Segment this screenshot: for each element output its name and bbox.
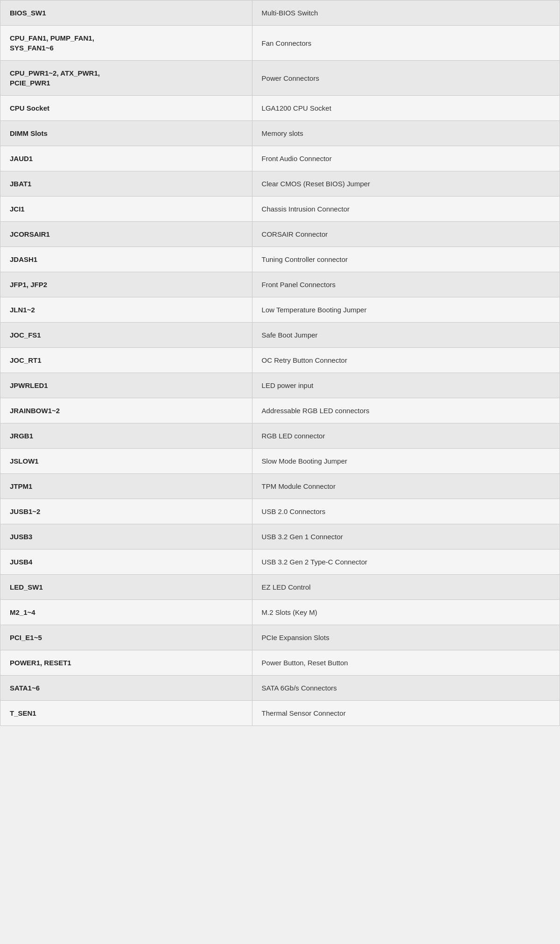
connector-code: BIOS_SW1: [0, 0, 252, 26]
table-row: BIOS_SW1Multi-BIOS Switch: [0, 0, 560, 26]
connector-code: JUSB3: [0, 524, 252, 549]
connector-code: JLN1~2: [0, 297, 252, 323]
connector-code: JTPM1: [0, 474, 252, 499]
table-row: JPWRLED1LED power input: [0, 373, 560, 398]
connector-description: PCIe Expansion Slots: [252, 625, 560, 650]
connector-code: T_SEN1: [0, 701, 252, 726]
table-row: JDASH1Tuning Controller connector: [0, 247, 560, 272]
table-row: JSLOW1Slow Mode Booting Jumper: [0, 449, 560, 474]
connector-description: SATA 6Gb/s Connectors: [252, 676, 560, 701]
connector-description: Safe Boot Jumper: [252, 323, 560, 348]
connector-description: Front Audio Connector: [252, 146, 560, 171]
connector-code: JUSB1~2: [0, 499, 252, 524]
table: BIOS_SW1Multi-BIOS SwitchCPU_FAN1, PUMP_…: [0, 0, 560, 726]
connector-description: Front Panel Connectors: [252, 272, 560, 297]
connector-code: JAUD1: [0, 146, 252, 171]
connector-description: Clear CMOS (Reset BIOS) Jumper: [252, 171, 560, 197]
table-row: JOC_RT1OC Retry Button Connector: [0, 348, 560, 373]
connector-code: JDASH1: [0, 247, 252, 272]
connector-code: JOC_FS1: [0, 323, 252, 348]
table-row: JTPM1TPM Module Connector: [0, 474, 560, 499]
connector-code: M2_1~4: [0, 600, 252, 625]
connector-description: TPM Module Connector: [252, 474, 560, 499]
table-row: JOC_FS1Safe Boot Jumper: [0, 323, 560, 348]
table-row: JCI1Chassis Intrusion Connector: [0, 197, 560, 222]
table-row: JLN1~2Low Temperature Booting Jumper: [0, 297, 560, 323]
connector-description: M.2 Slots (Key M): [252, 600, 560, 625]
connector-description: EZ LED Control: [252, 575, 560, 600]
table-row: CPU_FAN1, PUMP_FAN1,SYS_FAN1~6Fan Connec…: [0, 26, 560, 61]
connector-description: LED power input: [252, 373, 560, 398]
connector-code: JSLOW1: [0, 449, 252, 474]
connector-code: DIMM Slots: [0, 121, 252, 146]
table-row: POWER1, RESET1Power Button, Reset Button: [0, 650, 560, 676]
table-row: JUSB1~2USB 2.0 Connectors: [0, 499, 560, 524]
connector-description: Chassis Intrusion Connector: [252, 197, 560, 222]
connector-description: USB 2.0 Connectors: [252, 499, 560, 524]
connector-description: LGA1200 CPU Socket: [252, 96, 560, 121]
table-row: JUSB4USB 3.2 Gen 2 Type-C Connector: [0, 549, 560, 575]
connector-description: Fan Connectors: [252, 26, 560, 61]
table-row: LED_SW1EZ LED Control: [0, 575, 560, 600]
connector-code: JBAT1: [0, 171, 252, 197]
table-row: JUSB3USB 3.2 Gen 1 Connector: [0, 524, 560, 549]
connector-description: Slow Mode Booting Jumper: [252, 449, 560, 474]
table-row: JAUD1Front Audio Connector: [0, 146, 560, 171]
connector-code: CPU_PWR1~2, ATX_PWR1,PCIE_PWR1: [0, 61, 252, 96]
connector-description: Memory slots: [252, 121, 560, 146]
connector-code: JCORSAIR1: [0, 222, 252, 247]
connector-code: CPU_FAN1, PUMP_FAN1,SYS_FAN1~6: [0, 26, 252, 61]
connector-code: POWER1, RESET1: [0, 650, 252, 676]
table-row: JBAT1Clear CMOS (Reset BIOS) Jumper: [0, 171, 560, 197]
table-row: JRGB1RGB LED connector: [0, 423, 560, 449]
connector-code: JRAINBOW1~2: [0, 398, 252, 423]
table-row: CPU SocketLGA1200 CPU Socket: [0, 96, 560, 121]
table-row: JRAINBOW1~2Addressable RGB LED connector…: [0, 398, 560, 423]
connector-code: JRGB1: [0, 423, 252, 449]
table-row: JFP1, JFP2Front Panel Connectors: [0, 272, 560, 297]
table-row: JCORSAIR1CORSAIR Connector: [0, 222, 560, 247]
connector-description: Thermal Sensor Connector: [252, 701, 560, 726]
connector-table: BIOS_SW1Multi-BIOS SwitchCPU_FAN1, PUMP_…: [0, 0, 560, 726]
connector-code: JCI1: [0, 197, 252, 222]
connector-code: JFP1, JFP2: [0, 272, 252, 297]
table-row: SATA1~6SATA 6Gb/s Connectors: [0, 676, 560, 701]
connector-description: USB 3.2 Gen 1 Connector: [252, 524, 560, 549]
table-row: T_SEN1Thermal Sensor Connector: [0, 701, 560, 726]
table-row: PCI_E1~5PCIe Expansion Slots: [0, 625, 560, 650]
connector-description: Power Connectors: [252, 61, 560, 96]
connector-description: USB 3.2 Gen 2 Type-C Connector: [252, 549, 560, 575]
connector-description: CORSAIR Connector: [252, 222, 560, 247]
connector-code: SATA1~6: [0, 676, 252, 701]
connector-code: JPWRLED1: [0, 373, 252, 398]
connector-code: PCI_E1~5: [0, 625, 252, 650]
connector-description: Power Button, Reset Button: [252, 650, 560, 676]
connector-code: JOC_RT1: [0, 348, 252, 373]
connector-description: Low Temperature Booting Jumper: [252, 297, 560, 323]
connector-description: Multi-BIOS Switch: [252, 0, 560, 26]
connector-description: Tuning Controller connector: [252, 247, 560, 272]
table-row: DIMM SlotsMemory slots: [0, 121, 560, 146]
connector-description: OC Retry Button Connector: [252, 348, 560, 373]
connector-code: CPU Socket: [0, 96, 252, 121]
connector-description: Addressable RGB LED connectors: [252, 398, 560, 423]
table-row: CPU_PWR1~2, ATX_PWR1,PCIE_PWR1Power Conn…: [0, 61, 560, 96]
connector-code: JUSB4: [0, 549, 252, 575]
table-row: M2_1~4M.2 Slots (Key M): [0, 600, 560, 625]
connector-code: LED_SW1: [0, 575, 252, 600]
connector-description: RGB LED connector: [252, 423, 560, 449]
